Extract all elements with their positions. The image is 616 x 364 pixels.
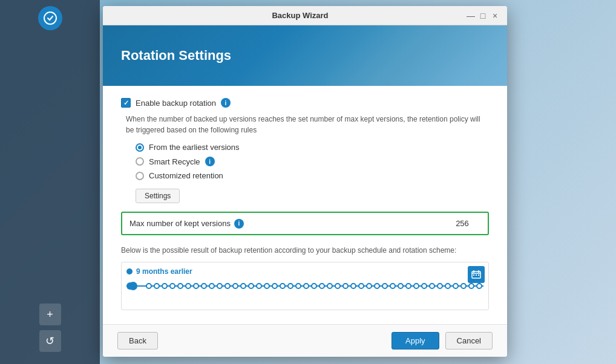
timeline-version-dot [453,283,459,289]
max-versions-info-icon[interactable]: i [234,219,244,229]
timeline-version-dot [264,283,270,289]
footer-right-buttons: Apply Cancel [392,332,493,349]
timeline-version-dot [390,283,396,289]
timeline-version-dot [398,283,404,289]
below-description: Below is the possible result of backup r… [121,245,489,256]
timeline-version-dot [311,283,317,289]
close-button[interactable]: × [490,11,500,21]
timeline-version-dot [185,283,191,289]
timeline-version-dot [460,283,467,289]
timeline-version-dot [256,283,262,289]
radio-smart[interactable] [136,157,144,166]
dialog-header: Rotation Settings [103,25,507,86]
enable-rotation-row: Enable backup rotation i [121,98,489,108]
timeline-version-dot [445,283,451,289]
timeline-version-dot [421,283,427,289]
timeline-version-dot [162,283,168,289]
sidebar-bottom: + ↺ [39,304,61,358]
dialog-footer: Back Apply Cancel [103,324,507,357]
timeline-version-dot [335,283,341,289]
back-button[interactable]: Back [117,332,158,349]
timeline-version-dot [248,283,254,289]
window-title: Backup Wizard [134,11,466,20]
timeline-container: 9 months earlier // We'll render these i… [121,262,489,310]
timeline-version-dot [201,283,207,289]
timeline-version-dot [350,283,356,289]
desktop: + ↺ Backup Wizard — □ × Rotation Setting… [0,0,616,364]
backup-wizard-dialog: Backup Wizard — □ × Rotation Settings En… [103,6,507,357]
timeline-version-dot [358,283,364,289]
title-bar: Backup Wizard — □ × [103,6,507,25]
smart-recycle-info-icon[interactable]: i [205,157,215,166]
rotation-description: When the number of backed up versions re… [121,114,489,135]
timeline-version-dot [295,283,301,289]
svg-rect-7 [478,275,479,276]
timeline-version-dot [209,283,215,289]
timeline-version-dot [287,283,293,289]
timeline-version-dot [280,283,286,289]
timeline-version-dot [154,283,160,289]
radio-custom-row: Customized retention [136,171,489,180]
timeline-version-dot [366,283,372,289]
timeline-version-dot [413,283,419,289]
add-button[interactable]: + [39,304,61,325]
timeline-label: 9 months earlier [126,267,483,276]
rotation-info-icon[interactable]: i [221,98,231,108]
radio-earliest-label: From the earliest versions [149,143,240,152]
timeline-version-dot [327,283,333,289]
timeline-version-dot [193,283,199,289]
radio-earliest[interactable] [136,143,144,152]
timeline-version-dot [217,283,223,289]
apply-button[interactable]: Apply [392,332,439,349]
svg-point-0 [44,12,56,24]
timeline-version-dot [342,283,349,289]
dialog-content: Enable backup rotation i When the number… [103,86,507,324]
sidebar: + ↺ [0,0,100,364]
window-controls: — □ × [466,11,500,21]
timeline-version-dot [177,283,183,289]
maximize-button[interactable]: □ [478,11,488,21]
timeline-version-dot [272,283,278,289]
timeline-version-dot [319,283,325,289]
timeline-version-dot [382,283,388,289]
max-versions-label: Max number of kept versions i [129,219,438,229]
radio-smart-row: Smart Recycle i [136,157,489,166]
enable-rotation-checkbox[interactable] [121,98,131,108]
enable-rotation-label: Enable backup rotation [136,99,216,108]
timeline-version-dot [468,283,474,289]
timeline-version-dot [374,283,380,289]
radio-earliest-row: From the earliest versions [136,143,489,152]
timeline-version-dot [437,283,443,289]
radio-custom[interactable] [136,172,144,180]
svg-rect-5 [473,275,474,276]
radio-group: From the earliest versions Smart Recycle… [121,143,489,180]
radio-custom-label: Customized retention [149,171,223,180]
timeline-version-dot [169,283,175,289]
max-versions-row: Max number of kept versions i [121,212,489,235]
timeline-version-dot [405,283,411,289]
timeline-version-dot [224,283,231,289]
timeline-dot-indicator [126,268,133,275]
app-logo [38,6,62,30]
page-title: Rotation Settings [121,48,231,63]
settings-button[interactable]: Settings [136,189,180,203]
timeline-version-dot [303,283,309,289]
timeline-version-dot [232,283,238,289]
minimize-button[interactable]: — [466,11,476,21]
cancel-button[interactable]: Cancel [445,332,493,349]
timeline-version-dot [146,283,152,289]
timeline-version-dot [429,283,435,289]
max-versions-input[interactable] [444,218,480,229]
radio-smart-label: Smart Recycle [149,157,200,166]
timeline-version-dot [476,283,482,289]
svg-rect-6 [476,275,477,276]
history-button[interactable]: ↺ [39,330,61,352]
timeline-version-dot [240,283,246,289]
